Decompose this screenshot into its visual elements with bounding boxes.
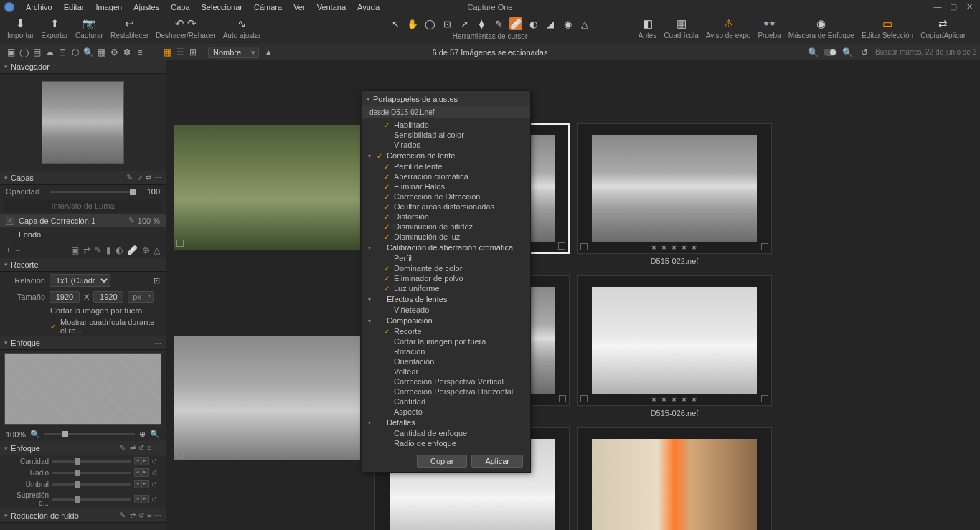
chevron-down-icon[interactable]: ▾ <box>368 245 377 251</box>
check-icon[interactable]: ✓ <box>50 323 56 331</box>
antes-button[interactable]: ◧Antes <box>639 17 657 39</box>
auto-ajustar-button[interactable]: ∿Auto ajustar <box>223 17 261 39</box>
invert-mask-icon[interactable]: ⇄ <box>83 245 90 255</box>
more-icon[interactable]: ⋯ <box>518 94 526 103</box>
pick-focus-icon[interactable]: ⊕ <box>139 430 146 439</box>
copy-button[interactable]: Copiar <box>417 455 467 468</box>
check-icon[interactable]: ✓ <box>384 193 394 201</box>
adjust-badge-icon[interactable] <box>761 395 768 402</box>
capturar-button[interactable]: 📷Capturar <box>75 17 103 39</box>
pencil-icon[interactable]: ✎ <box>119 443 126 453</box>
check-icon[interactable]: ✓ <box>384 388 394 396</box>
reset-icon[interactable]: ↺ <box>151 458 160 465</box>
thumbnail-cell[interactable]: ★ ★ ★ ★ ★D515-022.nef <box>577 123 772 268</box>
view-list-icon[interactable]: ☰ <box>174 47 187 57</box>
hand-tool-icon[interactable]: ✋ <box>406 17 419 30</box>
preset-icon[interactable]: ≡ <box>147 511 151 519</box>
slider[interactable] <box>52 483 131 486</box>
clipboard-item[interactable]: ▾✓Corrección de lente <box>362 150 530 161</box>
more-icon[interactable]: ⋯ <box>154 339 161 347</box>
search-icon[interactable]: 🔍 <box>82 47 95 57</box>
add-layer-icon[interactable]: + <box>6 245 11 255</box>
menu-capa[interactable]: Capa <box>165 1 195 13</box>
menu-archivo[interactable]: Archivo <box>20 1 58 13</box>
adjust-badge-icon[interactable] <box>761 243 768 250</box>
check-icon[interactable]: ✓ <box>384 121 394 129</box>
opacity-slider[interactable] <box>50 191 136 193</box>
expand-icon[interactable]: ⤢ <box>137 174 143 181</box>
check-icon[interactable]: ✓ <box>384 338 394 346</box>
decrease-icon[interactable]: ◂ <box>134 468 141 477</box>
clipboard-item[interactable]: ✓Perfil <box>362 253 530 263</box>
heal-icon[interactable]: 🩹 <box>127 245 138 255</box>
filmstrip-thumb[interactable] <box>174 125 360 250</box>
output-icon[interactable]: ⬡ <box>69 47 82 57</box>
clipboard-item[interactable]: ✓Orientación <box>362 356 530 366</box>
variant-badge-icon[interactable] <box>580 395 588 402</box>
crop-width-input[interactable] <box>50 291 80 303</box>
layer-item[interactable]: ✓ Capa de Corrección 1 ✎ 100 % <box>0 214 166 227</box>
menu-ayuda[interactable]: Ayuda <box>352 1 385 13</box>
keystone-tool-icon[interactable]: ⧫ <box>475 17 488 30</box>
clipboard-item[interactable]: ✓Habilitado <box>362 120 530 130</box>
clipboard-item[interactable]: ▾Composición <box>362 315 530 326</box>
zoom-out-icon[interactable]: 🔍 <box>30 430 40 439</box>
clipboard-item[interactable]: ✓Ocultar areas distorsionadas <box>362 202 530 212</box>
check-icon[interactable]: ✓ <box>384 141 394 149</box>
clipboard-item[interactable]: ✓Cortar la imagen por fuera <box>362 336 530 346</box>
pointer-tool-icon[interactable]: ↖ <box>389 17 402 30</box>
thumbnail-cell[interactable]: ★ ★ ★ ★ ★D515-026.nef <box>577 275 772 420</box>
search-input[interactable] <box>875 48 976 56</box>
sort-dropdown[interactable]: Nombre <box>208 47 259 58</box>
filter-icon[interactable]: 🔍 <box>806 47 819 57</box>
focus-preview[interactable] <box>4 353 161 425</box>
list-icon[interactable]: ≡ <box>133 47 146 57</box>
check-icon[interactable]: ✓ <box>384 398 394 406</box>
deshacer-rehacer-button[interactable]: ↶ ↷Deshacer/Rehacer <box>156 17 215 39</box>
pencil-icon[interactable]: ✎ <box>119 511 126 520</box>
decrease-icon[interactable]: ◂ <box>134 495 141 503</box>
rating-stars[interactable]: ★ ★ ★ ★ ★ <box>651 395 697 403</box>
clipboard-item[interactable]: ✓Recorte <box>362 326 530 336</box>
adjust-badge-icon[interactable] <box>559 395 566 402</box>
cuadrícula-button[interactable]: ▦Cuadrícula <box>664 17 698 39</box>
mask-tool-icon[interactable]: ◐ <box>527 17 540 30</box>
library-icon[interactable]: ▤ <box>30 47 43 57</box>
clipboard-item[interactable]: ✓Corrección Perspectiva Vertical <box>362 377 530 387</box>
menu-ver[interactable]: Ver <box>288 1 311 13</box>
chevron-down-icon[interactable]: ▾ <box>368 318 377 324</box>
more-icon[interactable]: ⋯ <box>154 63 161 71</box>
slider[interactable] <box>52 472 131 474</box>
clipboard-item[interactable]: ▾Efectos de lentes <box>362 293 530 305</box>
check-icon[interactable]: ✓ <box>384 358 394 366</box>
unit-select[interactable]: px <box>128 291 154 303</box>
menu-ajustes[interactable]: Ajustes <box>128 1 165 13</box>
check-icon[interactable]: ✓ <box>384 440 394 448</box>
zoom-slider[interactable] <box>44 433 135 435</box>
filter-toggle[interactable] <box>824 49 837 56</box>
editar-selección-button[interactable]: ▭Editar Selección <box>862 17 913 39</box>
clipboard-item[interactable]: ✓Sensibilidad al color <box>362 130 530 140</box>
metadata-icon[interactable]: ⊡ <box>56 47 69 57</box>
clipboard-item[interactable]: ✓Disminución de luz <box>362 232 530 242</box>
clipboard-item[interactable]: ✓Cantidad de enfoque <box>362 428 530 438</box>
loupe-tool-icon[interactable]: ◯ <box>423 17 436 30</box>
clone-icon[interactable]: ⊕ <box>142 245 149 255</box>
variant-badge-icon[interactable] <box>580 243 588 250</box>
check-icon[interactable]: ✓ <box>384 328 394 336</box>
exportar-button[interactable]: ⬆Exportar <box>41 17 68 39</box>
crop-tool-icon[interactable]: ⊡ <box>154 276 160 285</box>
radial-tool-icon[interactable]: ◉ <box>561 17 574 30</box>
menu-seleccionar[interactable]: Seleccionar <box>196 1 248 13</box>
slider[interactable] <box>52 460 131 463</box>
decrease-icon[interactable]: ◂ <box>134 457 141 465</box>
check-icon[interactable]: ✓ <box>384 430 394 437</box>
clipboard-item[interactable]: ✓Virados <box>362 140 530 150</box>
reset-icon[interactable]: ↺ <box>151 481 160 488</box>
zoom-icon[interactable]: 🔍 <box>841 47 854 57</box>
eraser-tool-icon[interactable]: △ <box>578 17 591 30</box>
clipboard-item[interactable]: ✓Rotación <box>362 346 530 356</box>
gradient-icon[interactable]: ▮ <box>106 245 111 255</box>
check-icon[interactable]: ✓ <box>384 285 394 293</box>
focus-header[interactable]: ▾ Enfoque ⋯ <box>0 336 166 350</box>
